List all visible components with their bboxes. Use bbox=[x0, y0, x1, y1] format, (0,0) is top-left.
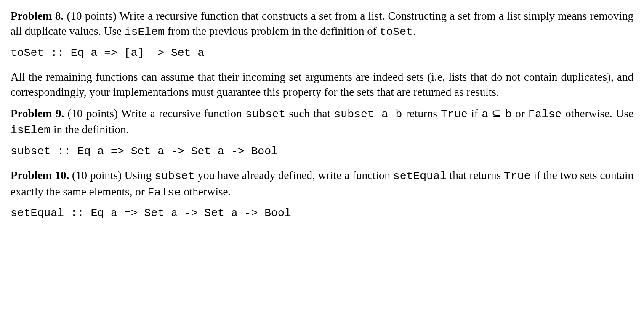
problem-10-label: Problem 10. bbox=[11, 169, 69, 182]
problem-9-t4: if bbox=[468, 107, 482, 120]
problem-8-signature: toSet :: Eq a => [a] -> Set a bbox=[11, 46, 633, 61]
code-toSet: toSet bbox=[380, 26, 413, 38]
problem-9-signature: subset :: Eq a => Set a -> Set a -> Bool bbox=[11, 144, 633, 159]
problem-10-text: Problem 10. (10 points) Using subset you… bbox=[11, 168, 633, 200]
assumption-note: All the remaining functions can assume t… bbox=[11, 69, 633, 100]
problem-9-points: (10 points) bbox=[68, 107, 118, 120]
code-true: True bbox=[441, 108, 468, 121]
problem-8-text: Problem 8. (10 points) Write a recursive… bbox=[11, 8, 633, 40]
problem-9-t7: otherwise. Use bbox=[562, 107, 633, 120]
problem-9-text: Problem 9. (10 points) Write a recursive… bbox=[11, 106, 633, 138]
code-a: a bbox=[482, 108, 488, 121]
code-false: False bbox=[528, 108, 562, 121]
code-setEqual: setEqual bbox=[393, 170, 447, 182]
problem-8-points: (10 points) bbox=[67, 10, 116, 22]
problem-8-label: Problem 8. bbox=[11, 10, 64, 22]
code-true-2: True bbox=[504, 170, 531, 182]
problem-8-t2: from the previous problem in the definit… bbox=[165, 25, 380, 37]
code-subset-2: subset bbox=[154, 170, 194, 182]
problem-10-t3: that returns bbox=[447, 169, 504, 182]
code-isElem: isElem bbox=[125, 26, 165, 38]
code-isElem-2: isElem bbox=[11, 124, 51, 137]
problem-10-t5: otherwise. bbox=[181, 185, 231, 198]
problem-9-label: Problem 9. bbox=[11, 107, 64, 120]
problem-10-points: (10 points) bbox=[72, 169, 122, 182]
code-subset: subset bbox=[245, 108, 285, 121]
problem-10-t2: you have already defined, write a functi… bbox=[195, 169, 393, 182]
problem-9-t1: Write a recursive function bbox=[118, 107, 245, 120]
problem-10-t1: Using bbox=[122, 169, 154, 182]
code-b: b bbox=[505, 108, 512, 121]
code-subset-a-b: subset a b bbox=[334, 108, 402, 121]
problem-9-t6: or bbox=[512, 107, 528, 120]
code-false-2: False bbox=[147, 186, 181, 199]
problem-8-t3: . bbox=[413, 25, 416, 37]
problem-10-signature: setEqual :: Eq a => Set a -> Set a -> Bo… bbox=[11, 206, 633, 221]
problem-9-t2: such that bbox=[285, 107, 334, 120]
problem-9-t3: returns bbox=[402, 107, 441, 120]
problem-9-t8: in the definition. bbox=[51, 123, 129, 136]
subset-symbol: ⊆ bbox=[488, 107, 505, 120]
